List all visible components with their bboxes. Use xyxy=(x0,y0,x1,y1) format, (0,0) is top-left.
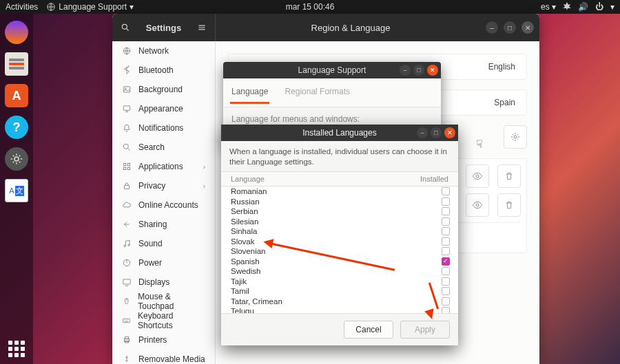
keyboard-icon xyxy=(122,316,131,325)
cloud-icon xyxy=(122,200,132,210)
install-checkbox[interactable] xyxy=(442,257,450,266)
sidebar-item-sound[interactable]: Sound xyxy=(112,234,215,253)
language-name: Tajik xyxy=(231,277,247,286)
search-button[interactable] xyxy=(116,19,134,36)
sidebar-item-bluetooth[interactable]: Bluetooth xyxy=(112,61,215,80)
sidebar-item-notifications[interactable]: Notifications xyxy=(112,118,215,138)
volume-icon[interactable]: 🔊 xyxy=(578,2,588,12)
sidebar-item-privacy[interactable]: Privacy› xyxy=(112,176,215,195)
sidebar-item-search[interactable]: Search xyxy=(112,138,215,157)
cancel-button[interactable]: Cancel xyxy=(344,321,393,339)
language-row[interactable]: Sinhala xyxy=(221,226,458,237)
monitor-icon xyxy=(122,104,132,114)
sidebar-item-background[interactable]: Background xyxy=(112,80,215,99)
install-checkbox[interactable] xyxy=(442,237,450,246)
minimize-button[interactable]: – xyxy=(417,127,428,138)
app-grid-button[interactable] xyxy=(8,341,25,357)
maximize-button[interactable]: □ xyxy=(431,127,442,138)
dock-firefox-icon[interactable] xyxy=(5,21,28,44)
image-icon xyxy=(122,85,132,94)
tab-language[interactable]: Language xyxy=(230,81,269,104)
language-row[interactable]: Silesian xyxy=(221,216,458,226)
language-row[interactable]: Romanian xyxy=(221,186,458,197)
language-row[interactable]: Tajik xyxy=(221,276,458,286)
install-checkbox[interactable] xyxy=(442,217,450,226)
chevron-down-icon: ▾ xyxy=(130,2,134,12)
sidebar-item-applications[interactable]: Applications› xyxy=(112,157,215,176)
clock[interactable]: mar 15 00:46 xyxy=(286,2,335,12)
activities-button[interactable]: Activities xyxy=(6,2,38,12)
minimize-button[interactable]: – xyxy=(400,65,411,76)
install-checkbox[interactable] xyxy=(442,207,450,215)
install-checkbox[interactable] xyxy=(442,197,450,206)
svg-line-12 xyxy=(128,149,130,151)
sidebar-item-network[interactable]: Network xyxy=(112,41,215,61)
language-row[interactable]: Russian xyxy=(221,196,458,206)
close-button[interactable]: ✕ xyxy=(444,127,455,138)
install-checkbox[interactable] xyxy=(442,307,450,313)
install-checkbox[interactable] xyxy=(442,267,450,275)
preview-button[interactable] xyxy=(466,164,489,188)
dock-help-icon[interactable] xyxy=(5,116,28,139)
input-indicator[interactable]: es ▾ xyxy=(541,2,556,12)
sidebar-item-label: Bluetooth xyxy=(138,65,174,75)
share-icon xyxy=(122,220,132,229)
sidebar-item-displays[interactable]: Displays xyxy=(112,272,215,292)
language-row[interactable]: Tatar, Crimean xyxy=(221,296,458,306)
grid-icon xyxy=(122,162,132,171)
globe-icon xyxy=(122,46,132,56)
sidebar-item-label: Search xyxy=(138,142,165,152)
close-button[interactable]: ✕ xyxy=(521,21,534,34)
sidebar-item-keyboard-shortcuts[interactable]: Keyboard Shortcuts xyxy=(112,311,215,330)
language-row[interactable]: Slovenian xyxy=(221,246,458,257)
options-button[interactable] xyxy=(504,125,527,149)
dock-settings-icon[interactable] xyxy=(5,147,28,171)
dock-files-icon[interactable] xyxy=(5,52,28,76)
maximize-button[interactable]: □ xyxy=(413,65,424,76)
search-icon xyxy=(122,142,132,152)
hamburger-button[interactable] xyxy=(193,19,211,36)
sidebar-item-label: Background xyxy=(138,85,183,94)
power-icon[interactable]: ⏻ xyxy=(595,2,603,12)
dock-software-icon[interactable] xyxy=(5,84,28,107)
sidebar-item-printers[interactable]: Printers xyxy=(112,330,215,350)
preview-button-2[interactable] xyxy=(466,193,489,217)
minimize-button[interactable]: – xyxy=(486,21,498,34)
app-menu-label: Language Support xyxy=(59,2,127,12)
network-icon[interactable] xyxy=(563,2,571,12)
install-checkbox[interactable] xyxy=(442,187,450,195)
language-list[interactable]: RomanianRussianSerbianSilesianSinhalaSlo… xyxy=(221,186,458,313)
language-name: Spanish xyxy=(231,257,260,266)
menus-windows-label: Language for menus and windows: xyxy=(231,114,433,124)
apply-button[interactable]: Apply xyxy=(400,321,450,339)
maximize-button[interactable]: □ xyxy=(504,21,516,34)
install-checkbox[interactable] xyxy=(442,277,450,286)
install-checkbox[interactable] xyxy=(442,297,450,306)
delete-button[interactable] xyxy=(497,164,521,188)
sidebar-item-power[interactable]: Power xyxy=(112,253,215,272)
delete-button-2[interactable] xyxy=(497,193,521,217)
language-row[interactable]: Tamil xyxy=(221,286,458,297)
sidebar-item-label: Displays xyxy=(138,277,169,287)
language-row[interactable]: Slovak xyxy=(221,236,458,246)
svg-rect-13 xyxy=(123,163,126,166)
sidebar-item-label: Notifications xyxy=(138,123,183,133)
close-button[interactable]: ✕ xyxy=(427,65,438,76)
install-checkbox[interactable] xyxy=(442,227,450,235)
sidebar-item-removable-media[interactable]: Removable Media xyxy=(112,350,215,364)
svg-point-28 xyxy=(476,175,479,178)
language-row[interactable]: Telugu xyxy=(221,306,458,313)
install-checkbox[interactable] xyxy=(442,287,450,295)
dock-language-icon[interactable]: A文 xyxy=(5,179,28,202)
language-row[interactable]: Serbian xyxy=(221,206,458,217)
language-row[interactable]: Spanish xyxy=(221,256,458,266)
app-menu[interactable]: Language Support ▾ xyxy=(46,2,134,12)
sidebar-item-mouse-touchpad[interactable]: Mouse & Touchpad xyxy=(112,292,215,311)
sidebar-item-appearance[interactable]: Appearance xyxy=(112,99,215,118)
list-header: Language Installed xyxy=(221,171,458,186)
sidebar-item-online-accounts[interactable]: Online Accounts xyxy=(112,195,215,215)
tab-regional-formats[interactable]: Regional Formats xyxy=(283,81,351,104)
language-row[interactable]: Swedish xyxy=(221,266,458,277)
install-checkbox[interactable] xyxy=(442,247,450,255)
sidebar-item-sharing[interactable]: Sharing xyxy=(112,215,215,234)
